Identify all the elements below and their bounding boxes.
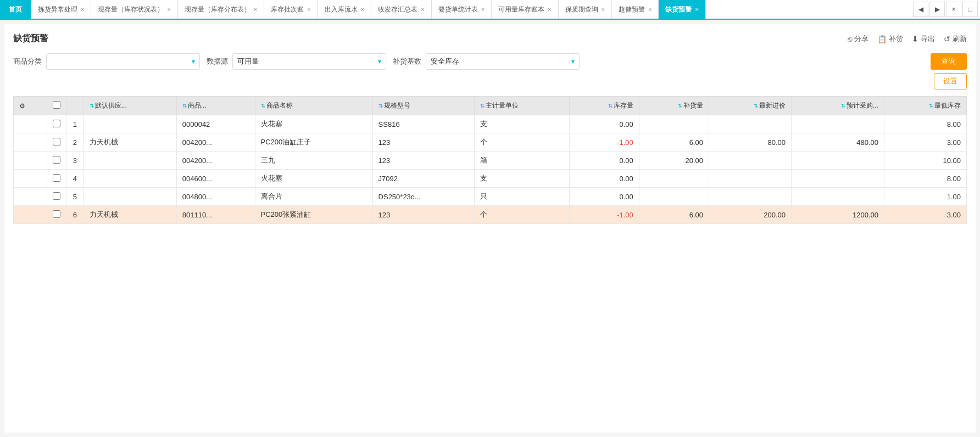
table-row[interactable]: 5 004800... 离合片 DS250*23c... 只 0.00 1.00 xyxy=(14,188,967,206)
row-checkbox-cell[interactable] xyxy=(47,115,66,133)
row-product-code: 801110... xyxy=(176,206,255,224)
nav-tab-pick-error[interactable]: 拣货异常处理 × xyxy=(31,0,91,19)
nav-tab-receive-summary[interactable]: 收发存汇总表 × xyxy=(371,0,431,19)
nav-close-btn[interactable]: × xyxy=(946,2,961,17)
row-min-stock: 8.00 xyxy=(884,115,966,133)
product-code-column-header[interactable]: ⇅商品... xyxy=(176,97,255,115)
close-icon[interactable]: × xyxy=(307,6,310,13)
row-checkbox-cell[interactable] xyxy=(47,188,66,206)
row-gear[interactable] xyxy=(14,206,47,224)
row-latest-price xyxy=(709,188,792,206)
nav-tab-stock-status[interactable]: 现存量（库存状况表） × xyxy=(91,0,177,19)
tab-label: 拣货异常处理 xyxy=(38,5,77,14)
row-replenish-qty: 20.00 xyxy=(639,152,709,170)
close-icon[interactable]: × xyxy=(421,6,424,13)
close-icon[interactable]: × xyxy=(548,6,551,13)
row-gear[interactable] xyxy=(14,188,47,206)
tab-label: 现存量（库存分布表） xyxy=(185,5,250,14)
select-all-checkbox[interactable] xyxy=(53,101,60,109)
row-checkbox-cell[interactable] xyxy=(47,170,66,188)
row-checkbox-cell[interactable] xyxy=(47,206,66,224)
row-checkbox-cell[interactable] xyxy=(47,133,66,152)
close-icon[interactable]: × xyxy=(695,6,698,13)
table-row[interactable]: 4 004600... 火花塞 J7092 支 0.00 8.00 xyxy=(14,170,967,188)
sort-icon: ⇅ xyxy=(182,103,187,109)
close-icon[interactable]: × xyxy=(648,6,652,13)
product-name-column-header[interactable]: ⇅商品名称 xyxy=(255,97,372,115)
row-stock-qty: 0.00 xyxy=(569,188,639,206)
row-number: 3 xyxy=(66,152,83,170)
row-latest-price xyxy=(709,115,792,133)
nav-tab-overstock-warn[interactable]: 超储预警 × xyxy=(612,0,659,19)
min-stock-column-header[interactable]: ⇅最低库存 xyxy=(884,97,966,115)
row-checkbox[interactable] xyxy=(53,120,60,127)
close-icon[interactable]: × xyxy=(602,6,605,13)
checkbox-column-header[interactable] xyxy=(47,97,66,115)
row-checkbox-cell[interactable] xyxy=(47,152,66,170)
row-gear[interactable] xyxy=(14,115,47,133)
nav-tab-order-stat[interactable]: 要货单统计表 × xyxy=(432,0,492,19)
query-button[interactable]: 查询 xyxy=(931,53,967,70)
table-row[interactable]: 3 004200... 三九 123 箱 0.00 20.00 10.00 xyxy=(14,152,967,170)
category-select[interactable]: ▾ xyxy=(46,53,200,70)
unit-column-header[interactable]: ⇅主计量单位 xyxy=(474,97,569,115)
datasource-select[interactable]: 可用量 ▾ xyxy=(232,53,386,70)
export-action[interactable]: ⬇ 导出 xyxy=(912,34,935,44)
settings-button[interactable]: 设置 xyxy=(934,73,967,89)
top-nav: 首页 拣货异常处理 × 现存量（库存状况表） × 现存量（库存分布表） × 库存… xyxy=(0,0,980,20)
restock-action[interactable]: 📋 补货 xyxy=(877,34,903,44)
row-latest-price xyxy=(709,152,792,170)
nav-tab-shortage-warn[interactable]: 缺货预警 × xyxy=(659,0,705,19)
stock-qty-column-header[interactable]: ⇅库存量 xyxy=(569,97,639,115)
nav-tab-expiry-query[interactable]: 保质期查询 × xyxy=(559,0,612,19)
close-icon[interactable]: × xyxy=(361,6,364,13)
table-row[interactable]: 2 力天机械 004200... PC200油缸庄子 123 个 -1.00 6… xyxy=(14,133,967,152)
close-icon[interactable]: × xyxy=(81,6,84,13)
gear-column-header[interactable]: ⚙ xyxy=(14,97,47,115)
close-icon[interactable]: × xyxy=(167,6,170,13)
row-gear[interactable] xyxy=(14,170,47,188)
sort-icon: ⇅ xyxy=(90,103,94,109)
row-product-code: 004200... xyxy=(176,152,255,170)
row-product-code: 004800... xyxy=(176,188,255,206)
close-icon[interactable]: × xyxy=(254,6,257,13)
replenish-select[interactable]: 安全库存 ▾ xyxy=(426,53,580,70)
data-table: ⚙ ⇅默认供应... ⇅商品... ⇅商品名称 ⇅规格型号 xyxy=(13,96,967,224)
row-checkbox[interactable] xyxy=(53,192,60,200)
row-number: 1 xyxy=(66,115,83,133)
nav-tab-stock-batch[interactable]: 库存批次账 × xyxy=(264,0,318,19)
row-gear[interactable] xyxy=(14,133,47,152)
nav-next-btn[interactable]: ▶ xyxy=(929,2,945,17)
nav-tab-inout-flow[interactable]: 出入库流水 × xyxy=(318,0,371,19)
row-checkbox[interactable] xyxy=(53,210,60,218)
replenish-qty-column-header[interactable]: ⇅补货量 xyxy=(639,97,709,115)
table-row[interactable]: 6 力天机械 801110... PC200张紧油缸 123 个 -1.00 6… xyxy=(14,206,967,224)
close-icon[interactable]: × xyxy=(481,6,485,13)
share-action[interactable]: ⎋ 分享 xyxy=(848,34,868,44)
refresh-action[interactable]: ↺ 刷新 xyxy=(944,34,967,44)
tab-label: 收发存汇总表 xyxy=(378,5,417,14)
spec-column-header[interactable]: ⇅规格型号 xyxy=(372,97,474,115)
row-spec: J7092 xyxy=(372,170,474,188)
supplier-column-header[interactable]: ⇅默认供应... xyxy=(83,97,176,115)
row-gear[interactable] xyxy=(14,152,47,170)
page-container: 缺货预警 ⎋ 分享 📋 补货 ⬇ 导出 ↺ 刷新 商品分类 xyxy=(4,24,976,433)
nav-prev-btn[interactable]: ◀ xyxy=(913,2,928,17)
table-row[interactable]: 1 0000042 火花塞 SS816 支 0.00 8.00 xyxy=(14,115,967,133)
tab-label: 出入库流水 xyxy=(325,5,358,14)
row-checkbox[interactable] xyxy=(53,174,60,182)
row-product-name: 三九 xyxy=(255,152,372,170)
latest-price-column-header[interactable]: ⇅最新进价 xyxy=(709,97,792,115)
row-checkbox[interactable] xyxy=(53,138,60,145)
export-icon: ⬇ xyxy=(912,35,918,43)
nav-tab-home[interactable]: 首页 xyxy=(0,0,31,19)
row-number: 6 xyxy=(66,206,83,224)
nav-tab-avail-ledger[interactable]: 可用量库存账本 × xyxy=(492,0,558,19)
row-checkbox[interactable] xyxy=(53,156,60,164)
nav-maximize-btn[interactable]: □ xyxy=(962,2,978,17)
row-unit: 只 xyxy=(474,188,569,206)
est-purchase-column-header[interactable]: ⇅预计采购... xyxy=(791,97,884,115)
nav-tab-stock-dist[interactable]: 现存量（库存分布表） × xyxy=(178,0,264,19)
row-stock-qty: -1.00 xyxy=(569,133,639,152)
tab-label: 要货单统计表 xyxy=(438,5,478,14)
